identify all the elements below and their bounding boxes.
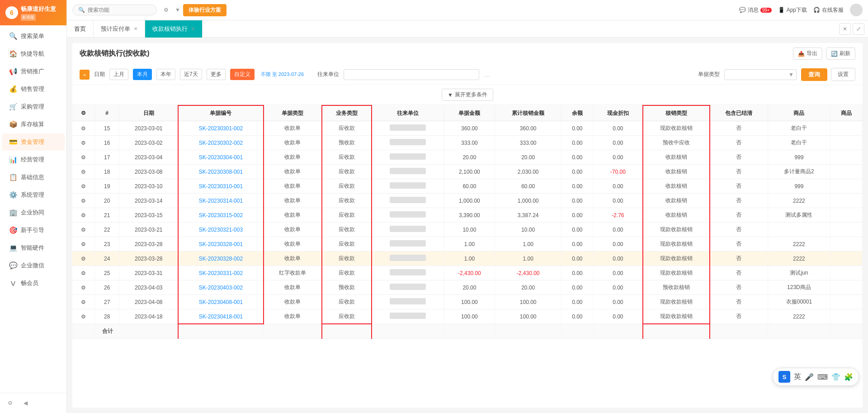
- setting-btn[interactable]: 设置: [831, 68, 855, 81]
- table-row[interactable]: ⚙ 28 2023-04-18 SK-20230418-001 收款单 应收款 …: [72, 309, 863, 324]
- table-row[interactable]: ⚙ 27 2023-04-08 SK-20230408-001 收款单 应收款 …: [72, 295, 863, 309]
- th-gear[interactable]: ⚙: [72, 105, 95, 121]
- tab-prepay[interactable]: 预计应付单✕: [94, 20, 145, 38]
- table-row[interactable]: ⚙ 26 2023-04-03 SK-20230403-002 收款单 预收款 …: [72, 280, 863, 295]
- sidebar-item-quick[interactable]: 🏠快捷导航: [2, 45, 65, 62]
- td-date: 2023-03-10: [119, 179, 179, 194]
- td-gear[interactable]: ⚙: [72, 295, 95, 309]
- query-btn[interactable]: 查询: [801, 68, 827, 81]
- sidebar-item-search[interactable]: 🔍搜索菜单: [2, 28, 65, 45]
- sidebar-item-purchase[interactable]: 🛒采购管理: [2, 98, 65, 115]
- doc-no-link[interactable]: SK-20230315-002: [199, 212, 243, 218]
- online-service-btn[interactable]: 🎧 在线客服: [813, 6, 844, 14]
- doc-no-link[interactable]: SK-20230310-001: [199, 183, 243, 190]
- filter-toggle-btn[interactable]: »: [80, 70, 90, 80]
- tab-close-prepay[interactable]: ✕: [134, 26, 137, 31]
- td-gear[interactable]: ⚙: [72, 309, 95, 324]
- tab-close-all-btn[interactable]: ✕: [839, 23, 851, 35]
- table-row[interactable]: ⚙ 20 2023-03-14 SK-20230314-001 收款单 应收款 …: [72, 194, 863, 208]
- expand-conditions-btn[interactable]: ▼ 展开更多条件: [442, 89, 493, 101]
- sidebar-item-guide[interactable]: 🎯新手引导: [2, 222, 65, 239]
- sidebar-item-sys-mgmt[interactable]: ⚙️系统管理: [2, 186, 65, 204]
- ft-mic-icon[interactable]: 🎤: [805, 373, 814, 381]
- export-btn[interactable]: 📤 导出: [793, 47, 822, 60]
- sidebar-item-sales-mgmt[interactable]: 💰销售管理: [2, 81, 65, 98]
- counterparty-input[interactable]: [344, 69, 479, 80]
- doc-no-link[interactable]: SK-20230302-002: [199, 140, 243, 146]
- sidebar-item-finance[interactable]: 💳资金管理: [2, 133, 65, 151]
- doc-no-link[interactable]: SK-20230331-002: [199, 270, 243, 276]
- sidebar-item-member[interactable]: V畅会员: [2, 275, 65, 292]
- topbar-gear-icon[interactable]: ⚙: [160, 4, 172, 16]
- table-row[interactable]: ⚙ 18 2023-03-08 SK-20230308-001 收款单 应收款 …: [72, 165, 863, 179]
- td-gear[interactable]: ⚙: [72, 266, 95, 280]
- tab-receipt-exec[interactable]: 收款核销执行✕: [145, 20, 203, 38]
- app-download-btn[interactable]: 📱 App下载: [778, 6, 807, 14]
- doc-no-link[interactable]: SK-20230308-001: [199, 169, 243, 175]
- sidebar-label-search: 搜索菜单: [21, 32, 44, 40]
- doc-no-link[interactable]: SK-20230418-001: [199, 313, 243, 320]
- doc-no-link[interactable]: SK-20230321-003: [199, 227, 243, 233]
- tab-close-receipt-exec[interactable]: ✕: [191, 26, 195, 31]
- td-gear[interactable]: ⚙: [72, 150, 95, 165]
- th-date: 日期: [119, 105, 179, 121]
- td-gear[interactable]: ⚙: [72, 223, 95, 237]
- sidebar-item-wechat[interactable]: 💬企业微信: [2, 257, 65, 274]
- last-7days-btn[interactable]: 近7天: [180, 69, 202, 80]
- doc-no-link[interactable]: SK-20230304-001: [199, 154, 243, 161]
- ft-shirt-icon[interactable]: 👕: [831, 373, 840, 381]
- doc-no-link[interactable]: SK-20230301-002: [199, 125, 243, 132]
- tab-home[interactable]: 首页: [67, 20, 94, 38]
- td-gear[interactable]: ⚙: [72, 280, 95, 295]
- sidebar-item-inventory[interactable]: 📦库存核算: [2, 116, 65, 133]
- table-row[interactable]: ⚙ 25 2023-03-31 SK-20230331-002 红字收款单 应收…: [72, 266, 863, 280]
- s-brand-icon[interactable]: S: [778, 371, 790, 383]
- user-avatar[interactable]: [850, 4, 863, 16]
- table-row[interactable]: ⚙ 22 2023-03-21 SK-20230321-003 收款单 应收款 …: [72, 223, 863, 237]
- sidebar-item-enterprise[interactable]: 🏢企业协同: [2, 204, 65, 221]
- td-gear[interactable]: ⚙: [72, 194, 95, 208]
- sidebar-item-marketing[interactable]: 📢营销推广: [2, 63, 65, 80]
- doc-no-link[interactable]: SK-20230328-002: [199, 256, 243, 262]
- table-row[interactable]: ⚙ 16 2023-03-02 SK-20230302-002 收款单 预收款 …: [72, 136, 863, 150]
- sidebar-item-hardware[interactable]: 💻智能硬件: [2, 239, 65, 256]
- tab-expand-btn[interactable]: ⤢: [853, 23, 864, 35]
- table-row[interactable]: ⚙ 19 2023-03-10 SK-20230310-001 收款单 应收款 …: [72, 179, 863, 194]
- table-row[interactable]: ⚙ 21 2023-03-15 SK-20230315-002 收款单 应收款 …: [72, 208, 863, 223]
- table-row[interactable]: ⚙ 15 2023-03-01 SK-20230301-002 收款单 应收款 …: [72, 121, 863, 136]
- table-row[interactable]: ⚙ 17 2023-03-04 SK-20230304-001 收款单 应收款 …: [72, 150, 863, 165]
- message-btn[interactable]: 💬 消息 99+: [739, 6, 772, 14]
- doc-no-link[interactable]: SK-20230314-001: [199, 198, 243, 204]
- td-gear[interactable]: ⚙: [72, 208, 95, 223]
- doc-no-link[interactable]: SK-20230408-001: [199, 299, 243, 305]
- refresh-btn[interactable]: 🔄 刷新: [826, 47, 855, 60]
- table-container[interactable]: ⚙ # 日期 单据编号 单据类型 业务类型 往来单位 单据金额 累计核销金额 余…: [72, 105, 863, 408]
- td-gear[interactable]: ⚙: [72, 252, 95, 266]
- last-month-btn[interactable]: 上月: [109, 69, 128, 80]
- td-gear[interactable]: ⚙: [72, 136, 95, 150]
- table-row[interactable]: ⚙ 24 2023-03-28 SK-20230328-002 收款单 应收款 …: [72, 252, 863, 266]
- topbar-search-input[interactable]: [88, 7, 151, 13]
- td-gear[interactable]: ⚙: [72, 165, 95, 179]
- doc-no-link[interactable]: SK-20230328-001: [199, 241, 243, 247]
- sidebar-item-basic-info[interactable]: 📋基础信息: [2, 169, 65, 186]
- td-writeoff-type: 现款收款核销: [643, 223, 710, 237]
- td-acc-writeoff: 100.00: [495, 309, 561, 324]
- this-month-btn[interactable]: 本月: [133, 69, 152, 80]
- topbar-search-area[interactable]: 🔍: [72, 5, 157, 15]
- td-gear[interactable]: ⚙: [72, 237, 95, 252]
- collapse-sidebar-btn[interactable]: ◀: [19, 397, 32, 409]
- ft-grid-icon[interactable]: ⌨: [817, 373, 828, 381]
- td-gear[interactable]: ⚙: [72, 121, 95, 136]
- custom-date-btn[interactable]: 自定义: [230, 69, 255, 80]
- settings-bottom-icon[interactable]: ⚙: [4, 397, 16, 409]
- doc-no-link[interactable]: SK-20230403-002: [199, 285, 243, 291]
- table-row[interactable]: ⚙ 23 2023-03-28 SK-20230328-001 收款单 应收款 …: [72, 237, 863, 252]
- doctype-select[interactable]: [724, 69, 797, 80]
- sidebar-item-operations[interactable]: 📊经营管理: [2, 151, 65, 168]
- td-gear[interactable]: ⚙: [72, 179, 95, 194]
- more-date-btn[interactable]: 更多: [207, 69, 226, 80]
- this-year-btn[interactable]: 本年: [156, 69, 175, 80]
- industry-solution-btn[interactable]: 体验行业方案: [183, 4, 226, 16]
- ft-puzzle-icon[interactable]: 🧩: [844, 373, 853, 381]
